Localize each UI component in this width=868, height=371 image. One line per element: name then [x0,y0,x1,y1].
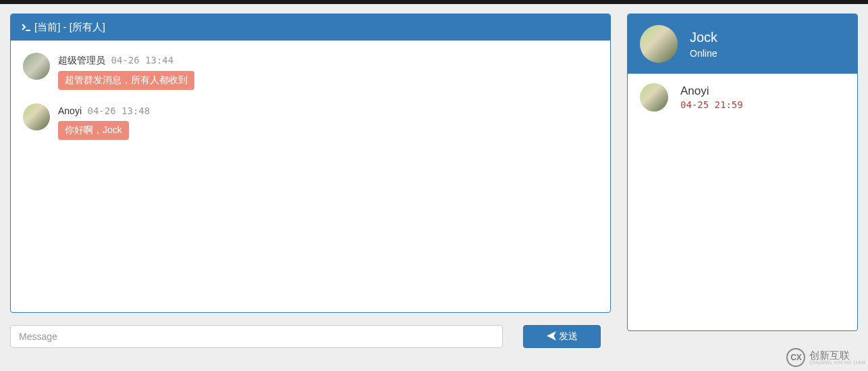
main-container: [当前] - [所有人] 超级管理员 04-26 13:44 超管群发消息，所有… [0,4,868,355]
message-bubble: 你好啊，Jock [58,121,129,140]
message-bubble: 超管群发消息，所有人都收到 [58,71,194,90]
current-status: Online [690,48,717,59]
contact-info: Anoyi 04-25 21:59 [680,84,743,110]
current-username: Jock [690,29,717,45]
current-user-header: Jock Online [628,14,857,74]
watermark-sub: CHUANG XIN HU LIAN [809,360,865,365]
message-time: 04-26 13:44 [111,55,173,66]
contact-item[interactable]: Anoyi 04-25 21:59 [628,74,857,121]
contact-name: Anoyi [680,84,743,98]
message-sender: 超级管理员 [58,55,105,66]
message-header: Anoyi 04-26 13:48 [58,105,150,117]
terminal-icon [21,22,32,33]
message-header: 超级管理员 04-26 13:44 [58,54,194,67]
paper-plane-icon [547,331,556,343]
watermark-text-block: 创新互联 CHUANG XIN HU LIAN [809,350,865,365]
chat-body[interactable]: 超级管理员 04-26 13:44 超管群发消息，所有人都收到 Anoyi 04… [11,41,610,312]
user-panel: Jock Online Anoyi 04-25 21:59 [627,14,858,331]
send-button[interactable]: 发送 [523,325,601,348]
message-content: 超级管理员 04-26 13:44 超管群发消息，所有人都收到 [58,53,194,90]
send-label: 发送 [559,330,578,343]
chat-header: [当前] - [所有人] [11,14,610,41]
chat-column: [当前] - [所有人] 超级管理员 04-26 13:44 超管群发消息，所有… [10,14,611,348]
sidebar-column: Jock Online Anoyi 04-25 21:59 [627,14,858,348]
watermark-logo-icon: CX [786,348,805,367]
message-sender: Anoyi [58,105,82,116]
message-row: Anoyi 04-26 13:48 你好啊，Jock [23,103,598,140]
message-input[interactable] [10,325,503,348]
contact-time: 04-25 21:59 [680,99,743,110]
message-time: 04-26 13:48 [87,105,150,116]
avatar[interactable] [23,103,50,130]
contact-list: Anoyi 04-25 21:59 [628,74,857,121]
avatar [640,83,668,112]
watermark-main: 创新互联 [809,350,865,360]
chat-panel: [当前] - [所有人] 超级管理员 04-26 13:44 超管群发消息，所有… [10,14,611,313]
input-row: 发送 [10,325,611,348]
watermark: CX 创新互联 CHUANG XIN HU LIAN [786,348,865,367]
message-row: 超级管理员 04-26 13:44 超管群发消息，所有人都收到 [23,53,598,90]
avatar[interactable] [640,25,678,63]
avatar[interactable] [23,53,50,80]
user-info: Jock Online [690,29,717,59]
message-content: Anoyi 04-26 13:48 你好啊，Jock [58,103,150,140]
chat-title: [当前] - [所有人] [34,21,105,34]
